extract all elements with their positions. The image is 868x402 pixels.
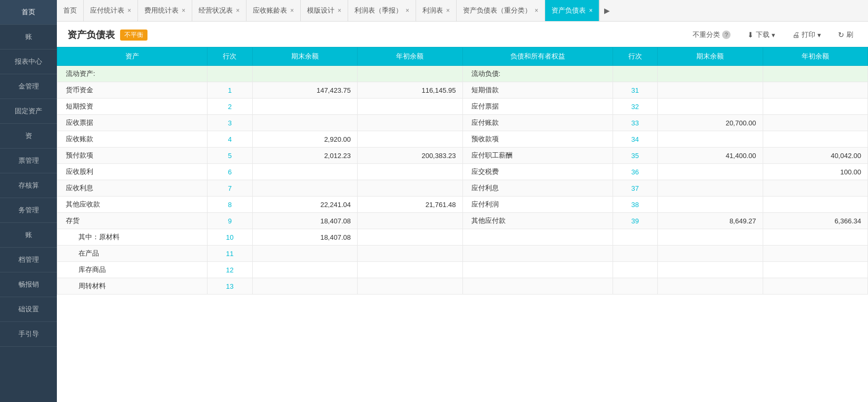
print-icon: 🖨 — [792, 31, 800, 39]
asset-label[interactable]: 应收利息 — [57, 180, 208, 197]
content-area: 资产负债表 不平衡 不重分类 ? ⬇ 下载 ▾ 🖨 打印 ▾ — [57, 22, 868, 402]
asset-label[interactable]: 应收票据 — [57, 115, 208, 131]
tab-balance-sheet[interactable]: 资产负债表 × — [545, 0, 599, 21]
asset-seq: 2 — [208, 99, 253, 115]
asset-seq: 10 — [208, 229, 253, 246]
liability-seq — [613, 66, 658, 82]
tab-expense-stat[interactable]: 费用统计表 × — [138, 0, 192, 21]
tab-close-profit-quarterly[interactable]: × — [406, 7, 409, 14]
sidebar: 首页 账 报表中心 金管理 固定资产 资 票管理 存核算 务管理 账 档管理 畅… — [0, 0, 57, 402]
asset-end-balance: 147,423.75 — [252, 82, 358, 99]
tab-close-balance-reclassified[interactable]: × — [535, 7, 538, 14]
sidebar-item-inventory[interactable]: 存核算 — [0, 173, 57, 198]
liability-label[interactable] — [462, 262, 613, 278]
sidebar-item-guide[interactable]: 手引导 — [0, 322, 57, 347]
asset-label[interactable]: 流动资产: — [57, 66, 208, 82]
sidebar-item-ledger[interactable]: 账 — [0, 25, 57, 50]
liability-end-balance — [658, 82, 763, 99]
asset-seq: 4 — [208, 131, 253, 148]
tab-balance-reclassified[interactable]: 资产负债表（重分类） × — [457, 0, 545, 21]
sidebar-item-doc-mgmt[interactable]: 档管理 — [0, 248, 57, 272]
sidebar-item-ticket-mgmt[interactable]: 票管理 — [0, 149, 57, 173]
asset-end-balance — [252, 278, 358, 295]
tab-close-operations[interactable]: × — [236, 7, 240, 14]
sidebar-item-investment[interactable]: 资 — [0, 124, 57, 149]
tab-close-template-design[interactable]: × — [338, 7, 341, 14]
sidebar-item-accounts[interactable]: 账 — [0, 223, 57, 248]
liability-label[interactable]: 短期借款 — [462, 82, 613, 99]
asset-label[interactable]: 在产品 — [57, 246, 208, 262]
asset-begin-balance — [358, 164, 463, 180]
liability-label[interactable]: 预收款项 — [462, 131, 613, 148]
liability-end-balance — [658, 262, 763, 278]
liability-seq — [613, 229, 658, 246]
liability-begin-balance — [763, 262, 868, 278]
asset-seq: 6 — [208, 164, 253, 180]
sidebar-item-fund-mgmt[interactable]: 金管理 — [0, 74, 57, 99]
liability-label[interactable]: 流动负债: — [462, 66, 613, 82]
sidebar-item-fixed-assets[interactable]: 固定资产 — [0, 99, 57, 124]
tab-receivable-age[interactable]: 应收账龄表 × — [246, 0, 301, 21]
liability-label[interactable] — [462, 229, 613, 246]
asset-label[interactable]: 短期投资 — [57, 99, 208, 115]
tab-close-payable-stat[interactable]: × — [127, 7, 131, 14]
refresh-button[interactable]: ↻ 刷 — [834, 28, 857, 42]
liability-begin-balance — [763, 180, 868, 197]
header-end-balance2: 期末余额 — [658, 47, 763, 66]
tab-bar: 首页 应付统计表 × 费用统计表 × 经营状况表 × 应收账龄表 × 模版设计 … — [57, 0, 868, 22]
liability-label[interactable]: 其他应付款 — [462, 213, 613, 229]
print-button[interactable]: 🖨 打印 ▾ — [788, 28, 825, 42]
sidebar-item-tax-mgmt[interactable]: 务管理 — [0, 198, 57, 223]
liability-label[interactable]: 应付票据 — [462, 99, 613, 115]
asset-end-balance: 2,920.00 — [252, 131, 358, 148]
liability-end-balance — [658, 66, 763, 82]
asset-label[interactable]: 应收股利 — [57, 164, 208, 180]
tab-close-expense-stat[interactable]: × — [182, 7, 185, 14]
balance-sheet-table: 资产 行次 期末余额 年初余额 负债和所有者权益 行次 期末余额 年初余额 流动… — [57, 47, 868, 295]
header-seq: 行次 — [208, 47, 253, 66]
asset-label[interactable]: 预付款项 — [57, 148, 208, 164]
asset-label[interactable]: 其中：原材料 — [57, 229, 208, 246]
liability-label[interactable]: 应交税费 — [462, 164, 613, 180]
asset-begin-balance — [358, 66, 463, 82]
sidebar-item-expense[interactable]: 畅报销 — [0, 272, 57, 297]
asset-label[interactable]: 存货 — [57, 213, 208, 229]
tab-home[interactable]: 首页 — [57, 0, 84, 21]
download-button[interactable]: ⬇ 下载 ▾ — [743, 28, 780, 42]
page-header: 资产负债表 不平衡 不重分类 ? ⬇ 下载 ▾ 🖨 打印 ▾ — [57, 22, 868, 47]
sidebar-item-settings[interactable]: 础设置 — [0, 297, 57, 322]
tab-template-design[interactable]: 模版设计 × — [301, 0, 348, 21]
asset-label[interactable]: 应收账款 — [57, 131, 208, 148]
liability-end-balance — [658, 131, 763, 148]
asset-label[interactable]: 库存商品 — [57, 262, 208, 278]
liability-label[interactable] — [462, 278, 613, 295]
liability-label[interactable] — [462, 246, 613, 262]
classify-control[interactable]: 不重分类 ? — [688, 28, 735, 42]
liability-seq: 33 — [613, 115, 658, 131]
sidebar-item-report-center[interactable]: 报表中心 — [0, 50, 57, 74]
liability-begin-balance — [763, 229, 868, 246]
asset-end-balance: 18,407.08 — [252, 213, 358, 229]
tab-close-profit[interactable]: × — [446, 7, 450, 14]
tab-close-receivable-age[interactable]: × — [290, 7, 294, 14]
asset-begin-balance: 116,145.95 — [358, 82, 463, 99]
liability-label[interactable]: 应付账款 — [462, 115, 613, 131]
asset-begin-balance — [358, 278, 463, 295]
sidebar-item-home[interactable]: 首页 — [0, 0, 57, 25]
asset-label[interactable]: 其他应收款 — [57, 197, 208, 213]
tab-scroll-right[interactable]: ▶ — [599, 0, 614, 21]
tab-payable-stat[interactable]: 应付统计表 × — [84, 0, 138, 21]
tab-close-balance-sheet[interactable]: × — [589, 7, 593, 14]
tab-operations[interactable]: 经营状况表 × — [192, 0, 246, 21]
liability-label[interactable]: 应付职工薪酬 — [462, 148, 613, 164]
asset-label[interactable]: 货币资金 — [57, 82, 208, 99]
tab-profit[interactable]: 利润表 × — [416, 0, 457, 21]
liability-end-balance: 20,700.00 — [658, 115, 763, 131]
tab-profit-quarterly[interactable]: 利润表（季报） × — [348, 0, 416, 21]
liability-label[interactable]: 应付利息 — [462, 180, 613, 197]
asset-seq — [208, 66, 253, 82]
liability-label[interactable]: 应付利润 — [462, 197, 613, 213]
asset-seq: 5 — [208, 148, 253, 164]
asset-label[interactable]: 周转材料 — [57, 278, 208, 295]
chevron-down-icon-print: ▾ — [817, 31, 821, 39]
